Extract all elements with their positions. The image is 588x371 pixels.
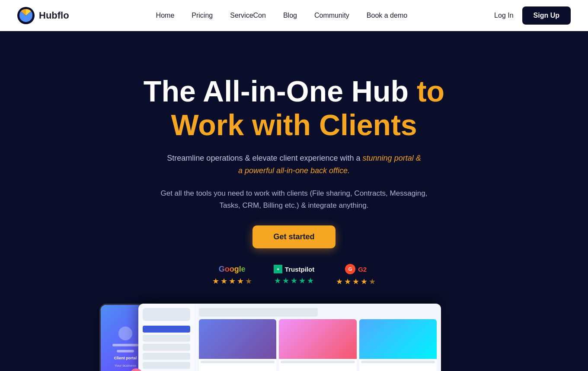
google-label: Google: [219, 265, 246, 274]
laptop-card-2: [279, 319, 356, 371]
trustpilot-stars: ★ ★ ★ ★ ★: [274, 276, 314, 285]
phone-label-2: Your business: [115, 364, 136, 368]
star-4: ★: [237, 276, 244, 286]
g2-star-5: ★: [369, 277, 376, 286]
get-started-button[interactable]: Get started: [252, 225, 335, 248]
hero-subtitle-plain: Streamline operations & elevate client e…: [167, 154, 362, 162]
hero-title: The All-in-One Hub to Work with Clients: [117, 74, 471, 142]
g2-star-3: ★: [352, 277, 359, 286]
phone-avatar: [118, 327, 132, 340]
g2-stars: ★ ★ ★ ★ ★: [336, 277, 376, 286]
g2-label: G2: [358, 266, 367, 273]
laptop-sidebar-header: [143, 308, 190, 321]
nav-blog[interactable]: Blog: [283, 12, 297, 19]
g2-star-4: ★: [361, 277, 368, 286]
nav-servicecon[interactable]: ServiceCon: [230, 12, 266, 19]
laptop-top-bar: [199, 308, 318, 317]
laptop-menu-1: [143, 335, 190, 342]
g2-star-1: ★: [336, 277, 343, 286]
star-1: ★: [212, 276, 219, 286]
hero-subtitle: Streamline operations & elevate client e…: [164, 152, 424, 177]
tp-star-4: ★: [299, 276, 306, 285]
nav-home[interactable]: Home: [156, 12, 175, 19]
laptop-card-text-1: [201, 361, 275, 363]
g2-star-2: ★: [344, 277, 351, 286]
phone-line-2: [117, 350, 134, 352]
google-stars: ★ ★ ★ ★ ★: [212, 276, 252, 286]
navbar-auth: Log In Sign Up: [494, 6, 571, 25]
hero-screenshots: Client portal Your business: [112, 304, 476, 371]
hero-content: The All-in-One Hub to Work with Clients …: [99, 74, 489, 286]
star-2: ★: [220, 276, 227, 286]
login-button[interactable]: Log In: [494, 12, 513, 19]
trustpilot-logo: ✦ Trustpilot: [274, 265, 314, 273]
hero-description: Get all the tools you need to work with …: [160, 187, 428, 212]
laptop-menu-home: [143, 326, 190, 333]
google-rating: Google ★ ★ ★ ★ ★: [212, 265, 252, 286]
signup-button[interactable]: Sign Up: [522, 6, 571, 25]
nav-pricing[interactable]: Pricing: [192, 12, 213, 19]
laptop-menu-3: [143, 353, 190, 360]
star-3: ★: [229, 276, 236, 286]
ratings-row: Google ★ ★ ★ ★ ★ ✦ Trustpilot ★ ★: [212, 264, 376, 286]
hero-section: The All-in-One Hub to Work with Clients …: [0, 0, 588, 371]
g2-badge: G G2: [345, 264, 367, 274]
trustpilot-icon: ✦: [274, 265, 282, 273]
laptop-screen: [138, 304, 441, 371]
navbar: Hubflo Home Pricing ServiceCon Blog Comm…: [0, 0, 588, 31]
phone-line-1: [112, 344, 138, 346]
g2-rating: G G2 ★ ★ ★ ★ ★: [336, 264, 376, 286]
laptop-card-img-1: [199, 319, 276, 359]
laptop-card-img-2: [279, 319, 356, 359]
laptop-card-text-2: [281, 361, 355, 363]
laptop-mockup: [138, 304, 441, 371]
laptop-card-1: [199, 319, 276, 371]
g2-icon: G: [345, 264, 355, 274]
nav-book-demo[interactable]: Book a demo: [367, 12, 407, 19]
star-5: ★: [245, 276, 252, 286]
laptop-card-img-3: [359, 319, 437, 359]
laptop-menu-2: [143, 344, 190, 351]
navbar-links: Home Pricing ServiceCon Blog Community B…: [156, 12, 408, 19]
laptop-sidebar: [138, 304, 195, 371]
laptop-main-area: [195, 304, 441, 371]
screenshot-container: Client portal Your business: [112, 304, 476, 371]
navbar-logo-area: Hubflo: [17, 7, 69, 24]
tp-star-2: ★: [282, 276, 289, 285]
trustpilot-label: Trustpilot: [285, 266, 314, 273]
hubflo-logo-icon: [17, 7, 35, 24]
trustpilot-rating: ✦ Trustpilot ★ ★ ★ ★ ★: [274, 265, 314, 285]
tp-star-5: ★: [307, 276, 314, 285]
laptop-card-3: [359, 319, 437, 371]
laptop-menu-4: [143, 362, 190, 369]
laptop-grid: [199, 319, 437, 371]
phone-label-1: Client portal: [114, 356, 137, 360]
tp-star-1: ★: [274, 276, 281, 285]
brand-name: Hubflo: [39, 10, 69, 21]
nav-community[interactable]: Community: [314, 12, 349, 19]
laptop-card-text-3: [361, 361, 435, 363]
hero-title-plain: The All-in-One Hub: [144, 75, 417, 108]
tp-star-3: ★: [291, 276, 297, 285]
